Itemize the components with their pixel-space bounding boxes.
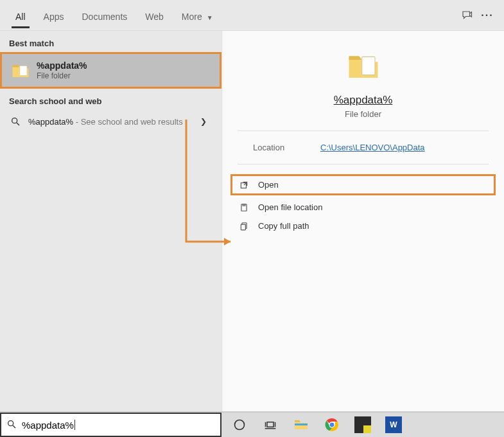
open-location-icon — [238, 203, 250, 212]
svg-point-17 — [326, 418, 338, 431]
best-match-text: %appdata% File folder — [37, 60, 87, 80]
svg-rect-6 — [243, 204, 245, 205]
search-input-text: %appdata% — [22, 420, 215, 431]
search-web-heading: Search school and web — [0, 89, 222, 110]
svg-point-1 — [12, 118, 17, 123]
svg-line-10 — [13, 425, 15, 428]
search-web-item[interactable]: %appdata% - See school and web results — [0, 110, 222, 133]
file-explorer-icon — [293, 417, 309, 433]
preview-pane: %appdata% File folder Location C:\Users\… — [222, 31, 504, 411]
tab-label: Documents — [82, 12, 127, 22]
location-link[interactable]: C:\Users\LENOVO\AppData — [320, 143, 425, 152]
svg-rect-16 — [295, 424, 308, 425]
task-view-icon — [264, 418, 277, 431]
search-web-wrap: %appdata% - See school and web results ❯ — [0, 110, 222, 133]
tab-label: Web — [145, 12, 164, 22]
chrome-button[interactable] — [318, 412, 346, 437]
open-icon — [238, 181, 250, 190]
search-icon — [6, 419, 17, 431]
ellipsis-icon: ··· — [481, 10, 493, 21]
best-match-group: %appdata% File folder — [0, 52, 222, 89]
chrome-icon — [324, 417, 340, 433]
chevron-right-icon: ❯ — [200, 117, 207, 126]
cortana-button[interactable] — [225, 412, 254, 437]
svg-point-19 — [329, 422, 335, 427]
action-label: Copy full path — [258, 221, 309, 231]
feedback-button[interactable] — [456, 5, 477, 26]
search-window: All Apps Documents Web More ▼ ··· Best m… — [0, 0, 504, 411]
search-web-query: %appdata% — [28, 117, 73, 127]
chevron-down-icon: ▼ — [207, 14, 213, 21]
svg-point-9 — [8, 420, 13, 425]
tab-label: All — [15, 12, 26, 22]
taskbar: %appdata% — [0, 411, 504, 437]
scope-tabbar: All Apps Documents Web More ▼ ··· — [0, 0, 504, 31]
svg-point-18 — [329, 422, 335, 427]
search-icon — [9, 115, 22, 128]
app-button-1[interactable] — [349, 412, 377, 437]
circle-icon — [233, 418, 246, 431]
preview-title[interactable]: %appdata% — [334, 94, 393, 107]
copy-path-icon — [238, 222, 250, 231]
folder-icon — [346, 49, 381, 84]
tab-all[interactable]: All — [6, 3, 35, 28]
action-list: Open Open file location — [222, 165, 504, 247]
feedback-icon — [461, 10, 473, 21]
action-copy-path[interactable]: Copy full path — [238, 217, 489, 235]
best-match-heading: Best match — [0, 31, 222, 52]
location-row: Location C:\Users\LENOVO\AppData — [238, 131, 489, 165]
svg-rect-12 — [267, 422, 274, 427]
svg-rect-8 — [241, 224, 245, 230]
task-view-button[interactable] — [256, 412, 284, 437]
svg-rect-4 — [241, 183, 246, 188]
folder-icon — [11, 61, 30, 80]
app-icon-2: W — [385, 416, 402, 433]
action-label: Open — [258, 180, 279, 190]
tab-web[interactable]: Web — [136, 3, 173, 28]
search-body: Best match %appdata% File folder — [0, 31, 504, 411]
options-button[interactable]: ··· — [477, 5, 498, 26]
app-button-2[interactable]: W — [379, 412, 408, 437]
expand-result-button[interactable]: ❯ — [195, 112, 213, 130]
svg-rect-3 — [361, 57, 374, 75]
tab-more[interactable]: More ▼ — [173, 3, 222, 28]
taskbar-icons: W — [222, 413, 408, 437]
tab-label: Apps — [44, 12, 64, 22]
action-label: Open file location — [258, 202, 322, 212]
action-open[interactable]: Open — [230, 174, 496, 195]
best-match-subtitle: File folder — [37, 71, 87, 80]
taskbar-search[interactable]: %appdata% — [0, 413, 222, 437]
tab-documents[interactable]: Documents — [73, 3, 136, 28]
svg-rect-7 — [242, 222, 247, 228]
svg-rect-5 — [241, 204, 247, 211]
best-match-item[interactable]: %appdata% File folder — [0, 52, 222, 89]
action-open-location[interactable]: Open file location — [238, 198, 489, 217]
svg-rect-0 — [20, 66, 27, 75]
preview-header: %appdata% File folder — [238, 31, 489, 131]
search-web-suffix: - See school and web results — [73, 117, 183, 127]
results-pane: Best match %appdata% File folder — [0, 31, 222, 411]
preview-subtitle: File folder — [345, 109, 381, 119]
search-web-text: %appdata% - See school and web results — [28, 117, 183, 127]
file-explorer-button[interactable] — [287, 412, 315, 437]
svg-point-11 — [235, 420, 245, 430]
svg-line-2 — [17, 123, 19, 125]
tab-label: More — [182, 12, 202, 22]
app-icon-1 — [354, 416, 371, 433]
location-label: Location — [253, 143, 320, 152]
tab-apps[interactable]: Apps — [35, 3, 73, 28]
best-match-title: %appdata% — [37, 60, 87, 71]
